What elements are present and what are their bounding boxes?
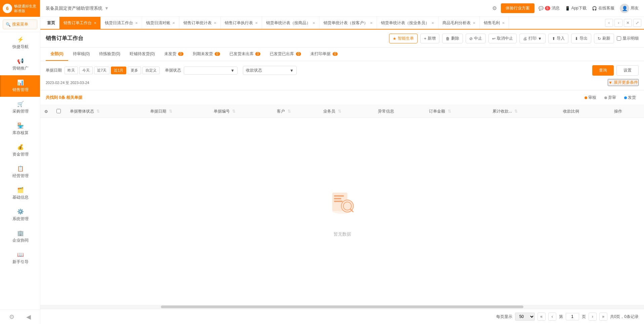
tab-sales-margin[interactable]: 销售毛利 ✕ — [480, 17, 509, 29]
filter-tab-shipped-not-out[interactable]: 已发货未出库 0 — [225, 48, 265, 61]
first-page-button[interactable]: « — [538, 313, 546, 321]
online-service-button[interactable]: 🎧 在线客服 — [592, 5, 614, 11]
tab-product-margin[interactable]: 商品毛利分析表 ✕ — [438, 17, 480, 29]
th-salesperson[interactable]: 业务员 ⇅ — [319, 105, 374, 118]
print-button[interactable]: 🖨 打印 ▼ — [519, 34, 546, 43]
delete-button[interactable]: 🗑 删除 — [442, 34, 463, 43]
date-7days-btn[interactable]: 近7天 — [94, 67, 110, 74]
tab-close-icon[interactable]: ✕ — [255, 21, 258, 25]
date-quick-buttons: 昨天 今天 近7天 近1月 更多 自定义 — [65, 67, 160, 74]
filter-tab-wangpu[interactable]: 旺铺待发货(0) — [125, 48, 160, 61]
sidebar-item-basic-info[interactable]: 🗂️ 基础信息 — [0, 183, 40, 204]
sidebar-item-marketing[interactable]: 📢 营销推广 — [0, 54, 40, 75]
sort-icon: ⇅ — [169, 109, 172, 114]
show-detail-checkbox[interactable]: 显示明细 — [617, 36, 639, 41]
tab-close-icon[interactable]: ✕ — [214, 21, 216, 25]
import-button[interactable]: ⬆ 导入 — [548, 34, 568, 43]
tab-next-button[interactable]: › — [614, 19, 622, 27]
settings-bottom-icon[interactable]: ⚙ — [9, 313, 14, 321]
prev-page-button[interactable]: ‹ — [548, 313, 556, 321]
status-select[interactable]: ▼ — [184, 67, 238, 75]
th-order-amount[interactable]: 订单金额 ⇅ — [425, 105, 488, 118]
date-more-btn[interactable]: 更多 — [128, 67, 141, 74]
query-button[interactable]: 查询 — [592, 65, 614, 76]
sidebar-item-inventory[interactable]: 🏪 库存核算 — [0, 118, 40, 140]
date-today-btn[interactable]: 今天 — [79, 67, 93, 74]
add-button[interactable]: + 新增 — [420, 34, 439, 43]
industry-solution-button[interactable]: 体验行业方案 — [501, 3, 534, 13]
sidebar-item-system[interactable]: ⚙️ 系统管理 — [0, 204, 40, 226]
tab-cash-reconcile[interactable]: 钱货日清对账 ✕ — [142, 17, 179, 29]
last-page-button[interactable]: » — [599, 313, 607, 321]
tab-home[interactable]: 首页 — [43, 17, 59, 29]
sidebar-item-new-guide[interactable]: 📖 新手引导 — [0, 247, 40, 269]
filter-tab-shipped-out[interactable]: 已发货已出库 0 — [265, 48, 306, 61]
cancel-stop-button[interactable]: ↩ 取消中止 — [488, 34, 517, 43]
page-input[interactable] — [566, 313, 579, 320]
tab-close-icon[interactable]: ✕ — [370, 21, 373, 25]
filter-tab-pending-audit[interactable]: 待审核(0) — [68, 48, 95, 61]
sidebar-item-sales[interactable]: 📊 销售管理 — [0, 75, 40, 97]
tab-close-icon[interactable]: ✕ — [135, 21, 138, 25]
refresh-button[interactable]: ↻ 刷新 — [594, 34, 614, 43]
horizontal-scrollbar[interactable] — [40, 305, 644, 309]
setting-button[interactable]: 设置 — [616, 65, 639, 76]
filter-tab-unshipped[interactable]: 未发货 0 — [160, 48, 188, 61]
tab-sales-customer[interactable]: 销货单统计表（按客户） ✕ — [319, 17, 377, 29]
sidebar-item-finance[interactable]: 💰 资金管理 — [0, 140, 40, 161]
sidebar-item-quick-nav[interactable]: ⚡ 快捷导航 — [0, 32, 40, 54]
filter-tab-all[interactable]: 全部(0) — [46, 48, 68, 61]
collapse-icon[interactable]: ◀ — [26, 313, 31, 321]
search-menu-button[interactable]: 🔍 搜索菜单 — [3, 19, 37, 29]
topbar-gear-icon[interactable]: ⚙ — [492, 5, 497, 11]
th-customer[interactable]: 客户 ⇅ — [273, 105, 319, 118]
tab-close-all-button[interactable]: ✕ — [624, 19, 632, 27]
tab-close-icon[interactable]: ✕ — [94, 21, 96, 25]
th-document-status[interactable]: 单据整体状态 ⇅ — [66, 105, 146, 118]
select-all-checkbox[interactable] — [56, 109, 61, 113]
per-page-select[interactable]: 50 100 200 — [515, 313, 535, 321]
sidebar-item-operations[interactable]: 📋 经营管理 — [0, 161, 40, 183]
tab-close-icon[interactable]: ✕ — [312, 21, 315, 25]
smart-create-button[interactable]: ★ 智能生单 — [389, 34, 418, 43]
tab-sales-product[interactable]: 销货单统计表（按商品） ✕ — [262, 17, 319, 29]
export-button[interactable]: ⬇ 导出 — [571, 34, 591, 43]
date-yesterday-btn[interactable]: 昨天 — [65, 67, 78, 74]
sidebar-item-enterprise[interactable]: 🏢 企业协同 — [0, 226, 40, 247]
user-menu[interactable]: 👤 用友 — [620, 4, 639, 13]
cancel-audit-action-button[interactable]: 弃审 — [602, 94, 619, 102]
tab-sales-exec[interactable]: 销售订单执行表 ✕ — [221, 17, 262, 29]
tab-close-icon[interactable]: ✕ — [502, 21, 505, 25]
tab-sales-staff[interactable]: 销货单统计表（按业务员） ✕ — [377, 17, 438, 29]
settings-column-icon[interactable]: ⚙ — [44, 109, 48, 114]
tab-sales-workbench[interactable]: 销售订单工作台 ✕ — [59, 17, 101, 29]
app-download-button[interactable]: 📱 App下载 — [565, 5, 587, 11]
stop-button[interactable]: ⊘ 中止 — [466, 34, 486, 43]
expand-conditions-button[interactable]: ▼ 展开更多条件 — [608, 79, 639, 86]
tab-close-icon[interactable]: ✕ — [431, 21, 434, 25]
payment-status-select[interactable]: 收款状态 ▼ — [243, 66, 297, 75]
sidebar: 6 畅捷通好生意 标准版 🔍 搜索菜单 ⚡ 快捷导航 📢 营销推广 📊 销售管理… — [0, 0, 40, 324]
show-detail-input[interactable] — [617, 36, 621, 41]
filter-tab-pending-check[interactable]: 待拣验货(0) — [94, 48, 125, 61]
sidebar-item-purchase[interactable]: 🛒 采购管理 — [0, 97, 40, 118]
message-button[interactable]: 💬 6 消息 — [539, 5, 560, 11]
th-document-date[interactable]: 单据日期 ⇅ — [146, 105, 210, 118]
date-custom-btn[interactable]: 自定义 — [142, 67, 160, 74]
tab-close-icon[interactable]: ✕ — [473, 21, 475, 25]
tab-cash-clear[interactable]: 钱货日清工作台 ✕ — [101, 17, 142, 29]
th-document-number[interactable]: 单据编号 ⇅ — [210, 105, 273, 118]
tab-maximize-button[interactable]: ⤢ — [633, 19, 641, 27]
next-page-button[interactable]: › — [589, 313, 597, 321]
empty-state: 暂无数据 — [40, 118, 644, 305]
topbar-dropdown-icon[interactable]: ▼ — [104, 6, 109, 11]
audit-action-button[interactable]: 审核 — [582, 94, 599, 102]
filter-tab-not-printed[interactable]: 未打印单据 0 — [306, 48, 342, 61]
filter-tab-overdue-unshipped[interactable]: 到期未发货 0 — [188, 48, 225, 61]
tab-prev-button[interactable]: ‹ — [605, 19, 613, 27]
th-cumulative-payment[interactable]: 累计收款... ⇅ — [488, 105, 559, 118]
tab-close-icon[interactable]: ✕ — [172, 21, 175, 25]
date-1month-btn[interactable]: 近1月 — [111, 67, 126, 74]
ship-action-button[interactable]: 发货 — [621, 94, 639, 102]
tab-sales-stats[interactable]: 销售订单统计表 ✕ — [179, 17, 221, 29]
